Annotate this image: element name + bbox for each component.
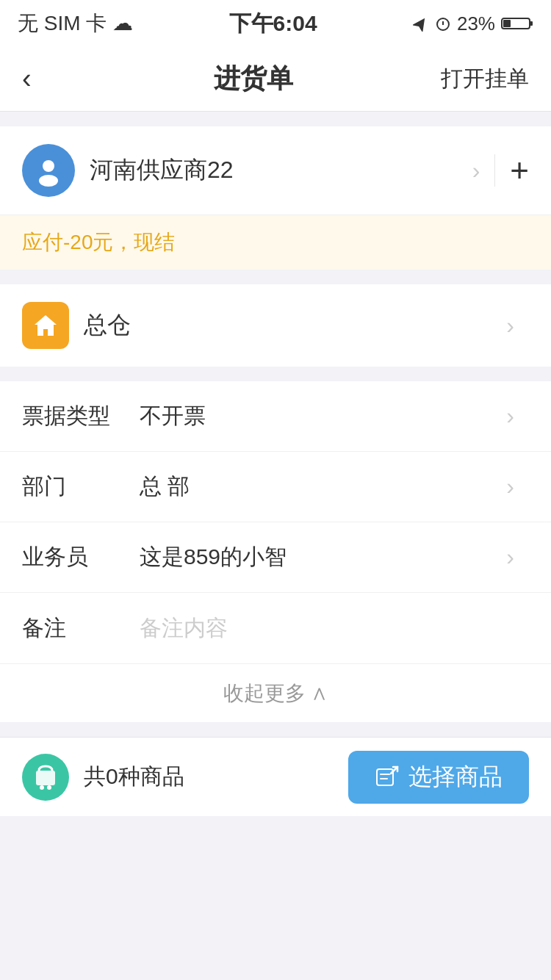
invoice-label: 票据类型 <box>22 401 125 431</box>
gap-4 <box>0 722 551 737</box>
svg-point-10 <box>40 785 44 790</box>
supplier-chevron-icon: › <box>472 157 480 184</box>
battery-text: 23% <box>457 12 495 35</box>
remark-row[interactable]: 备注 备注内容 <box>0 593 551 663</box>
nav-bar: ‹ 进货单 打开挂单 <box>0 47 551 112</box>
house-icon <box>32 311 60 339</box>
bottom-bar: 共0种商品 选择商品 <box>0 737 551 816</box>
svg-point-6 <box>43 160 54 172</box>
cart-icon <box>32 763 60 791</box>
person-icon <box>32 154 65 187</box>
signal-text: 无 SIM 卡 ☁ <box>18 10 133 37</box>
battery-icon <box>501 15 533 32</box>
notice-bar: 应付-20元，现结 <box>0 215 551 270</box>
select-goods-label: 选择商品 <box>408 761 503 793</box>
page-title: 进货单 <box>214 61 293 97</box>
status-time: 下午6:04 <box>229 9 317 39</box>
svg-rect-12 <box>377 769 393 785</box>
select-goods-icon <box>375 765 400 790</box>
page-background <box>0 816 551 980</box>
collapse-row[interactable]: 收起更多 ∧ <box>0 663 551 722</box>
goods-count: 共0种商品 <box>84 762 348 792</box>
svg-point-7 <box>39 175 58 187</box>
salesman-value: 这是859的小智 <box>125 542 506 572</box>
dept-value: 总 部 <box>125 472 506 502</box>
invoice-value: 不开票 <box>125 401 506 431</box>
alarm-icon <box>435 15 451 32</box>
warehouse-icon <box>22 302 69 349</box>
warehouse-row[interactable]: 总仓 › <box>0 284 551 367</box>
svg-rect-5 <box>530 21 533 26</box>
add-supplier-button[interactable]: + <box>494 154 529 187</box>
svg-point-11 <box>47 785 51 790</box>
warehouse-chevron-icon: › <box>506 312 514 339</box>
supplier-name: 河南供应商22 <box>90 154 472 187</box>
gap-3 <box>0 367 551 381</box>
salesman-row[interactable]: 业务员 这是859的小智 › <box>0 522 551 593</box>
status-right: 23% <box>413 12 533 35</box>
svg-marker-8 <box>35 315 57 336</box>
svg-rect-9 <box>36 771 55 785</box>
open-pending-button[interactable]: 打开挂单 <box>441 64 529 94</box>
salesman-chevron-icon: › <box>506 544 514 571</box>
supplier-card: 河南供应商22 › + 应付-20元，现结 <box>0 126 551 270</box>
svg-marker-0 <box>413 15 429 32</box>
form-section: 票据类型 不开票 › 部门 总 部 › 业务员 这是859的小智 › 备注 备注… <box>0 381 551 663</box>
dept-chevron-icon: › <box>506 473 514 500</box>
location-icon <box>413 15 429 32</box>
warehouse-card[interactable]: 总仓 › <box>0 284 551 367</box>
invoice-chevron-icon: › <box>506 403 514 430</box>
status-bar: 无 SIM 卡 ☁ 下午6:04 23% <box>0 0 551 47</box>
gap-1 <box>0 112 551 126</box>
dept-row[interactable]: 部门 总 部 › <box>0 452 551 522</box>
salesman-label: 业务员 <box>22 542 125 572</box>
status-left: 无 SIM 卡 ☁ <box>18 10 133 37</box>
remark-input[interactable]: 备注内容 <box>125 613 529 644</box>
supplier-avatar <box>22 144 75 197</box>
back-button[interactable]: ‹ <box>22 63 66 95</box>
goods-icon <box>22 754 69 801</box>
gap-2 <box>0 270 551 284</box>
invoice-type-row[interactable]: 票据类型 不开票 › <box>0 381 551 452</box>
dept-label: 部门 <box>22 472 125 502</box>
svg-rect-4 <box>503 20 511 27</box>
select-goods-button[interactable]: 选择商品 <box>348 751 529 804</box>
supplier-row[interactable]: 河南供应商22 › + <box>0 126 551 215</box>
remark-label: 备注 <box>22 613 125 644</box>
warehouse-name: 总仓 <box>84 309 506 342</box>
